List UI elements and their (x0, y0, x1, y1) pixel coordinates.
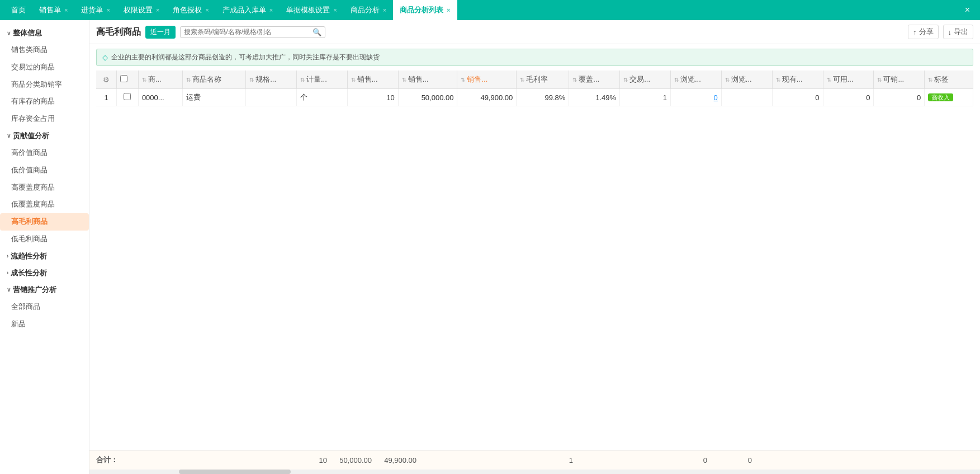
sidebar-group-marketing[interactable]: ∨ 营销推广分析 (0, 281, 89, 298)
nav-close-icon[interactable]: × (156, 7, 159, 13)
row-index: 1 (96, 89, 117, 106)
export-button[interactable]: ↓ 导出 (943, 25, 974, 39)
column-code[interactable]: ⇅商... (138, 71, 182, 89)
row-margin-rate: 99.8% (517, 89, 569, 106)
row-view1[interactable]: 0 (671, 89, 722, 106)
row-available-stock: 0 (823, 89, 874, 106)
sidebar-item-high-value[interactable]: 高价值商品 (0, 144, 89, 162)
nav-product-analysis[interactable]: 商品分析 × (344, 0, 393, 20)
column-spec[interactable]: ⇅规格... (246, 71, 297, 89)
row-sales-qty: 10 (347, 89, 398, 106)
row-sales-cost: 49,900.00 (457, 89, 517, 106)
column-sellable-stock[interactable]: ⇅可销... (874, 71, 925, 89)
chevron-down-icon: ∨ (7, 133, 11, 139)
sidebar: ∨ 整体信息 销售类商品 交易过的商品 商品分类助销率 有库存的商品 库存资金占… (0, 20, 89, 474)
column-coverage[interactable]: ⇅覆盖... (569, 71, 620, 89)
column-current-stock[interactable]: ⇅现有... (772, 71, 823, 89)
row-sales-amount: 50,000.00 (398, 89, 457, 106)
sidebar-group-growth[interactable]: › 成长性分析 (0, 265, 89, 281)
main-area: ∨ 整体信息 销售类商品 交易过的商品 商品分类助销率 有库存的商品 库存资金占… (0, 20, 980, 474)
page-title: 高毛利商品 (96, 26, 141, 38)
sidebar-item-in-stock-goods[interactable]: 有库存的商品 (0, 93, 89, 110)
row-coverage: 1.49% (569, 89, 620, 106)
table-area: ⚙ ⇅商... ⇅商品名称 ⇅规格... ⇅计量... ⇅销售... ⇅销售..… (89, 71, 980, 450)
nav-close-icon[interactable]: × (269, 7, 273, 13)
sidebar-item-category-rate[interactable]: 商品分类助销率 (0, 76, 89, 93)
nav-close-icon[interactable]: × (64, 7, 68, 13)
footer-sales-amount: 50,000.00 (330, 456, 375, 464)
footer-label: 合计： (96, 455, 118, 465)
column-trade[interactable]: ⇅交易... (620, 71, 671, 89)
row-checkbox[interactable] (117, 89, 139, 106)
chevron-right-icon: › (7, 270, 8, 276)
sidebar-item-all-goods[interactable]: 全部商品 (0, 298, 89, 316)
sidebar-item-high-margin[interactable]: 高毛利商品 (0, 213, 89, 231)
row-tag: 高收入 (925, 89, 973, 106)
nav-close-all-button[interactable]: × (959, 5, 976, 15)
row-trade: 1 (620, 89, 671, 106)
search-icon[interactable]: 🔍 (313, 28, 321, 36)
footer-sales-cost: 49,900.00 (375, 456, 420, 464)
nav-home[interactable]: 首页 (4, 0, 32, 20)
column-checkbox[interactable] (117, 71, 139, 89)
share-button[interactable]: ↑ 分享 (908, 25, 939, 39)
nav-template-settings[interactable]: 单据模板设置 × (280, 0, 343, 20)
sidebar-item-sales-goods[interactable]: 销售类商品 (0, 41, 89, 59)
nav-close-icon-active[interactable]: × (447, 7, 450, 13)
column-view2[interactable]: ⇅浏览... (721, 71, 772, 89)
sidebar-item-low-coverage[interactable]: 低覆盖度商品 (0, 196, 89, 213)
scrollbar-thumb[interactable] (179, 470, 291, 474)
sidebar-item-low-margin[interactable]: 低毛利商品 (0, 231, 89, 248)
info-icon: ◇ (102, 53, 108, 62)
nav-close-icon[interactable]: × (205, 7, 209, 13)
sidebar-group-trend[interactable]: › 流趋性分析 (0, 248, 89, 265)
nav-role-auth[interactable]: 角色授权 × (166, 0, 215, 20)
nav-product-inbound[interactable]: 产成品入库单 × (216, 0, 280, 20)
sidebar-item-traded-goods[interactable]: 交易过的商品 (0, 59, 89, 76)
footer-bar: 合计： 10 50,000.00 49,900.00 1 0 0 (89, 450, 980, 470)
hint-bar: ◇ 企业的主要的利润都是这部分商品创造的，可考虑加大推广，同时关注库存是不要出现… (96, 49, 973, 66)
row-sellable-stock: 0 (874, 89, 925, 106)
nav-close-icon[interactable]: × (383, 7, 386, 13)
nav-close-icon[interactable]: × (106, 7, 110, 13)
nav-permission-settings[interactable]: 权限设置 × (117, 0, 166, 20)
row-unit: 个 (297, 89, 348, 106)
row-current-stock: 0 (772, 89, 823, 106)
column-view1[interactable]: ⇅浏览... (671, 71, 722, 89)
footer-trade: 1 (532, 456, 576, 464)
data-table: ⚙ ⇅商... ⇅商品名称 ⇅规格... ⇅计量... ⇅销售... ⇅销售..… (96, 71, 973, 106)
column-settings[interactable]: ⚙ (96, 71, 117, 89)
nav-purchase-order[interactable]: 进货单 × (74, 0, 116, 20)
chevron-right-icon: › (7, 253, 8, 259)
column-available-stock[interactable]: ⇅可用... (823, 71, 874, 89)
footer-current-stock: 0 (666, 456, 711, 464)
sidebar-item-new-goods[interactable]: 新品 (0, 316, 89, 333)
header-actions: ↑ 分享 ↓ 导出 (908, 25, 973, 39)
chevron-down-icon: ∨ (7, 287, 11, 293)
sidebar-item-high-coverage[interactable]: 高覆盖度商品 (0, 179, 89, 196)
export-icon: ↓ (948, 28, 952, 36)
sidebar-item-stock-capital[interactable]: 库存资金占用 (0, 110, 89, 128)
period-month-button[interactable]: 近一月 (145, 26, 176, 39)
sidebar-group-contribution[interactable]: ∨ 贡献值分析 (0, 128, 89, 144)
chevron-down-icon: ∨ (7, 30, 11, 36)
column-name[interactable]: ⇅商品名称 (182, 71, 245, 89)
column-unit[interactable]: ⇅计量... (297, 71, 348, 89)
column-sales-amount[interactable]: ⇅销售... (398, 71, 457, 89)
search-box: 🔍 (180, 26, 325, 38)
nav-sales-order[interactable]: 销售单 × (32, 0, 74, 20)
nav-product-analysis-list[interactable]: 商品分析列表 × (393, 0, 457, 20)
column-margin-rate[interactable]: ⇅毛利率 (517, 71, 569, 89)
footer-sales-qty: 10 (286, 456, 330, 464)
column-sales-cost[interactable]: ⇅销售... (457, 71, 517, 89)
nav-close-icon[interactable]: × (333, 7, 337, 13)
row-view2 (721, 89, 772, 106)
search-input[interactable] (184, 28, 313, 36)
sidebar-item-low-value[interactable]: 低价值商品 (0, 162, 89, 179)
column-tag[interactable]: ⇅标签 (925, 71, 973, 89)
table-row: 1 0000... 运费 个 10 50,000.00 49,900.00 99… (96, 89, 973, 106)
sidebar-group-overall[interactable]: ∨ 整体信息 (0, 25, 89, 41)
select-all-checkbox[interactable] (120, 75, 127, 82)
column-sales-qty[interactable]: ⇅销售... (347, 71, 398, 89)
horizontal-scrollbar[interactable] (89, 470, 980, 474)
